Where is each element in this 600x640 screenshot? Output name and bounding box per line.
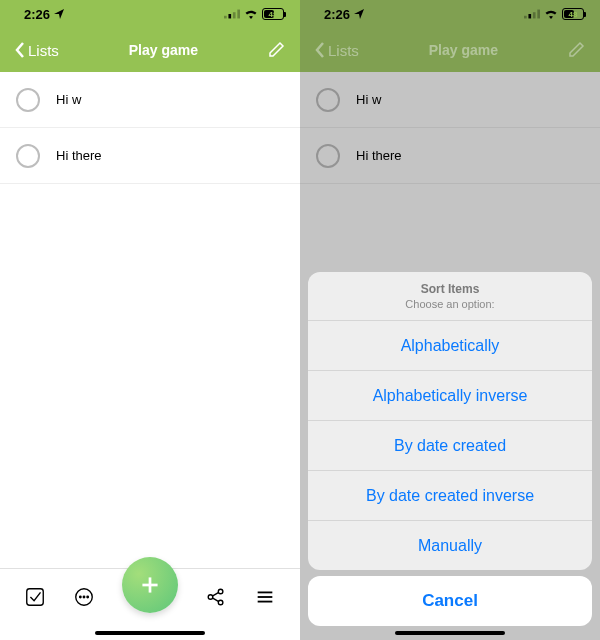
svg-point-6	[79, 596, 80, 597]
svg-point-13	[218, 600, 223, 605]
back-label: Lists	[28, 42, 59, 59]
checkmark-button[interactable]	[24, 586, 46, 612]
signal-icon	[224, 7, 240, 22]
checkbox-icon[interactable]	[16, 88, 40, 112]
sort-option-alphabetical-inverse[interactable]: Alphabetically inverse	[308, 370, 592, 420]
menu-button[interactable]	[254, 586, 276, 612]
svg-line-14	[212, 592, 218, 596]
screen-list: 2:26 48 Lists Play game	[0, 0, 300, 640]
svg-rect-1	[228, 14, 231, 18]
svg-rect-2	[233, 12, 236, 18]
add-button[interactable]	[122, 557, 178, 613]
edit-button[interactable]	[268, 40, 286, 61]
action-sheet: Sort Items Choose an option: Alphabetica…	[308, 272, 592, 570]
status-bar: 2:26 48	[0, 0, 300, 28]
cancel-button[interactable]: Cancel	[308, 576, 592, 626]
location-icon	[54, 7, 64, 22]
svg-rect-3	[237, 9, 240, 18]
sheet-title: Sort Items	[308, 282, 592, 296]
nav-bar: Lists Play game	[0, 28, 300, 72]
screen-sort-sheet: 2:26 48 Lists Play game	[300, 0, 600, 640]
action-sheet-overlay[interactable]: Sort Items Choose an option: Alphabetica…	[300, 0, 600, 640]
svg-point-12	[218, 589, 223, 594]
item-label: Hi w	[56, 92, 81, 107]
more-button[interactable]	[73, 586, 95, 612]
battery-icon: 48	[262, 8, 284, 20]
sort-option-manually[interactable]: Manually	[308, 520, 592, 570]
item-label: Hi there	[56, 148, 102, 163]
status-time: 2:26	[24, 7, 50, 22]
back-button[interactable]: Lists	[14, 41, 59, 59]
sheet-header: Sort Items Choose an option:	[308, 272, 592, 320]
list-item[interactable]: Hi w	[0, 72, 300, 128]
checkbox-icon[interactable]	[16, 144, 40, 168]
wifi-icon	[244, 7, 258, 22]
svg-rect-0	[224, 15, 227, 18]
list-item[interactable]: Hi there	[0, 128, 300, 184]
sheet-subtitle: Choose an option:	[308, 298, 592, 310]
sort-option-date-created-inverse[interactable]: By date created inverse	[308, 470, 592, 520]
svg-point-7	[83, 596, 84, 597]
home-indicator[interactable]	[395, 631, 505, 635]
home-indicator[interactable]	[95, 631, 205, 635]
svg-point-11	[208, 594, 213, 599]
sort-option-date-created[interactable]: By date created	[308, 420, 592, 470]
svg-line-15	[212, 597, 218, 601]
item-list: Hi w Hi there	[0, 72, 300, 184]
svg-rect-4	[26, 588, 43, 605]
svg-point-8	[87, 596, 88, 597]
share-button[interactable]	[205, 586, 227, 612]
sort-option-alphabetical[interactable]: Alphabetically	[308, 320, 592, 370]
bottom-toolbar	[0, 568, 300, 640]
page-title: Play game	[129, 42, 198, 58]
